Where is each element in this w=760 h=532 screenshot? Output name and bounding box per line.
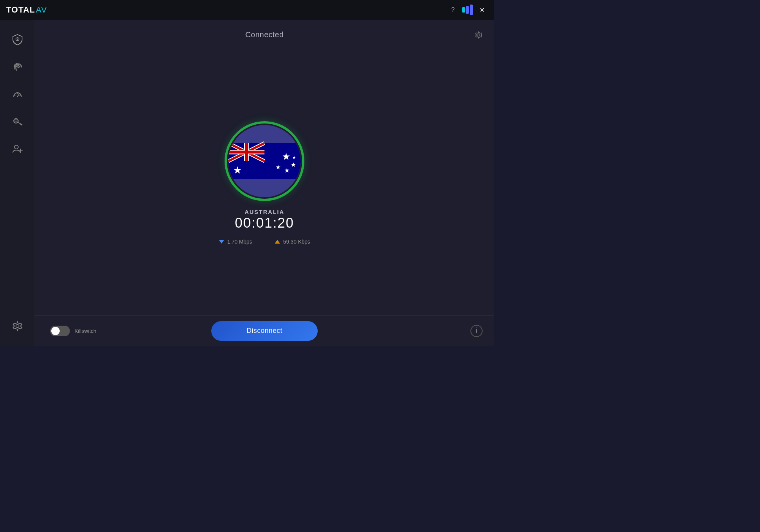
main-layout: Connected [0, 20, 494, 346]
vpn-main: AUSTRALIA 00:01:20 1.70 Mbps 59.30 Kbps [35, 50, 494, 315]
bottom-bar: Killswitch Disconnect i [35, 315, 494, 346]
toggle-knob [51, 327, 60, 335]
flag-circle [228, 125, 301, 197]
titlebar-controls: ? ✕ [447, 4, 488, 16]
connection-info: AUSTRALIA 00:01:20 [235, 209, 294, 231]
sidebar-item-tuneup[interactable] [5, 82, 30, 106]
svg-point-12 [14, 145, 18, 149]
sidebar-item-settings[interactable] [5, 314, 30, 338]
titlebar: TOTAL AV ? ✕ [0, 0, 494, 20]
info-button[interactable]: i [470, 325, 483, 337]
svg-point-15 [16, 325, 19, 328]
vpn-status-icon [462, 5, 473, 15]
disconnect-button[interactable]: Disconnect [211, 321, 318, 341]
gear-sidebar-icon [11, 320, 24, 332]
logo-total: TOTAL [6, 5, 35, 15]
download-speed: 1.70 Mbps [219, 239, 252, 245]
killswitch-label: Killswitch [74, 328, 97, 334]
app-logo: TOTAL AV [6, 5, 47, 15]
logo-av: AV [36, 5, 47, 15]
upload-arrow-icon [275, 240, 280, 244]
australia-flag [228, 125, 301, 197]
settings-button[interactable] [471, 27, 486, 43]
upload-speed: 59.30 Kbps [275, 239, 310, 245]
sidebar-item-webshield[interactable] [5, 55, 30, 79]
gear-icon [474, 30, 483, 40]
svg-point-3 [17, 96, 18, 97]
add-user-icon [11, 143, 24, 155]
speed-stats: 1.70 Mbps 59.30 Kbps [219, 239, 310, 245]
connection-status: Connected [245, 30, 283, 39]
sidebar-item-shield[interactable] [5, 27, 30, 52]
flag-ring [225, 121, 304, 201]
vpn-header: Connected [35, 20, 494, 50]
sidebar [0, 20, 35, 346]
shield-icon [11, 33, 24, 46]
country-name: AUSTRALIA [235, 209, 294, 215]
vpn-content-area: Connected [35, 20, 494, 346]
key-icon [11, 116, 24, 128]
help-button[interactable]: ? [447, 4, 459, 16]
fingerprint-icon [11, 61, 24, 73]
svg-point-1 [17, 39, 18, 40]
svg-point-8 [15, 120, 17, 122]
sidebar-item-password[interactable] [5, 109, 30, 134]
svg-point-16 [478, 34, 480, 36]
svg-rect-26 [228, 150, 264, 154]
download-arrow-icon [219, 240, 224, 244]
sidebar-item-add-user[interactable] [5, 137, 30, 161]
killswitch-container: Killswitch [50, 326, 97, 336]
close-button[interactable]: ✕ [476, 4, 488, 16]
connection-timer: 00:01:20 [235, 215, 294, 231]
killswitch-toggle[interactable] [50, 326, 70, 336]
country-flag-container [225, 121, 304, 201]
speedometer-icon [11, 88, 24, 100]
